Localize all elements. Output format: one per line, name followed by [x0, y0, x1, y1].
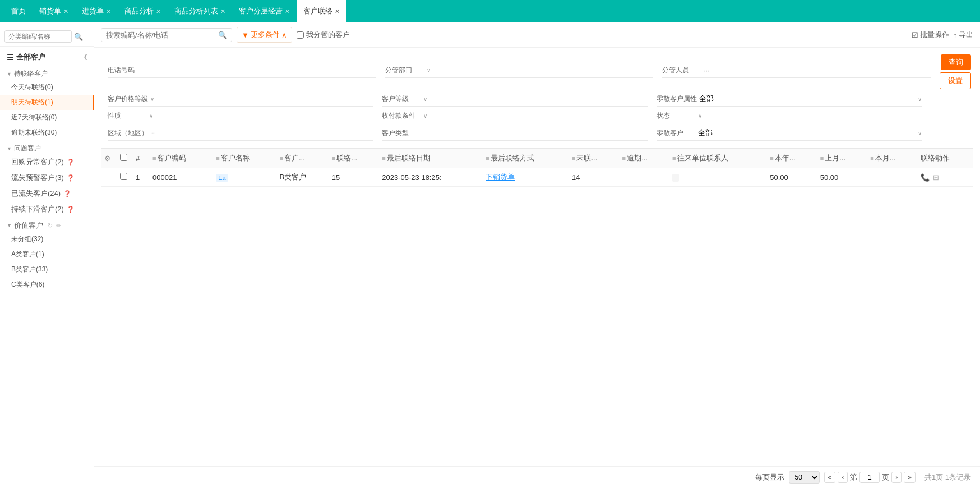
row-contact: 15 — [329, 168, 379, 187]
th-contact: ≡联络... — [329, 149, 379, 168]
grid-action-icon[interactable]: ⊞ — [933, 173, 939, 182]
sidebar-search-input[interactable] — [4, 30, 72, 43]
sidebar: 🔍 ☰ 全部客户 《 待联络客户 今天待联络(0) 明天待联络(1) 近7天待联… — [0, 22, 94, 488]
filter-panel: 电话号码 分管部门 ∨ 分管人员 ··· 查询 设置 客户价格等级 — [94, 48, 980, 148]
payment-arrow-icon[interactable]: ∨ — [423, 113, 427, 119]
filter-status: 状态 ∨ — [657, 111, 922, 123]
close-customer-contact[interactable]: ✕ — [335, 8, 340, 15]
retail-customer-arrow-icon[interactable]: ∨ — [918, 130, 922, 136]
my-customers-checkbox-wrap[interactable]: 我分管的客户 — [297, 30, 350, 40]
nav-product-analysis[interactable]: 商品分析 ✕ — [118, 0, 168, 22]
sidebar-search-icon[interactable]: 🔍 — [74, 33, 83, 41]
region-dots-icon[interactable]: ··· — [150, 129, 156, 137]
sidebar-item-overdue-pending[interactable]: 逾期未联络(30) — [0, 125, 94, 140]
close-purchase-order[interactable]: ✕ — [106, 8, 111, 15]
retail-attr-label: 零散客户属性 — [657, 94, 697, 104]
th-overdue: ≡逾期... — [619, 149, 669, 168]
th-type: ≡客户... — [276, 149, 329, 168]
retail-attr-arrow-icon[interactable]: ∨ — [918, 96, 922, 102]
last-page-btn[interactable]: » — [904, 472, 916, 483]
set-btn[interactable]: 设置 — [940, 72, 971, 89]
prev-page-btn[interactable]: ‹ — [838, 472, 848, 483]
last-contact-way-link[interactable]: 下销货单 — [486, 173, 515, 181]
sidebar-item-today-pending[interactable]: 今天待联络(0) — [0, 80, 94, 95]
filter-manager: 分管人员 ··· — [662, 66, 931, 78]
total-records: 共1页 1条记录 — [924, 472, 971, 482]
sidebar-item-7days-pending[interactable]: 近7天待联络(0) — [0, 110, 94, 125]
nav-purchase-order[interactable]: 进货单 ✕ — [75, 0, 118, 22]
price-grade-arrow-icon[interactable]: ∨ — [150, 96, 154, 102]
help-icon-churn[interactable]: ❓ — [67, 174, 75, 181]
filter-chevron-icon: ∧ — [281, 31, 287, 39]
export-icon: ↑ — [954, 31, 958, 39]
action-icons: 📞 ⊞ — [921, 173, 970, 182]
main-search-input[interactable] — [106, 31, 218, 39]
sidebar-item-churned[interactable]: 已流失客户(24) ❓ — [0, 186, 94, 201]
row-name: Ea — [212, 168, 276, 187]
help-icon-declining[interactable]: ❓ — [67, 206, 75, 213]
th-this-year: ≡本年... — [766, 149, 817, 168]
manager-dots-icon[interactable]: ··· — [704, 67, 709, 75]
page-nav: « ‹ 第 页 › » — [824, 472, 916, 483]
row-last-contact-date: 2023-05-23 18:25: — [378, 168, 482, 187]
help-icon-repurchase[interactable]: ❓ — [67, 159, 75, 165]
row-checkbox[interactable] — [120, 173, 127, 180]
close-product-analysis[interactable]: ✕ — [156, 8, 161, 15]
batch-operation-btn[interactable]: ☑ 批量操作 — [912, 30, 949, 40]
filter-row-2: 客户价格等级 ∨ 客户等级 ∨ 零散客户属性 全部 ∨ — [103, 91, 971, 109]
sidebar-item-class-a[interactable]: A类客户(1) — [0, 247, 94, 262]
sidebar-item-declining[interactable]: 持续下滑客户(2) ❓ — [0, 201, 94, 217]
sidebar-item-tomorrow-pending[interactable]: 明天待联络(1) — [0, 95, 94, 110]
query-btn[interactable]: 查询 — [941, 54, 971, 70]
value-refresh-icon[interactable]: ↻ — [48, 222, 53, 229]
select-all-checkbox[interactable] — [120, 154, 127, 161]
sidebar-item-repurchase-anomaly[interactable]: 回购异常客户(2) ❓ — [0, 154, 94, 170]
sidebar-item-class-c[interactable]: C类客户(6) — [0, 277, 94, 292]
filter-row-1: 电话号码 分管部门 ∨ 分管人员 ··· 查询 设置 — [103, 52, 971, 91]
phone-action-icon[interactable]: 📞 — [921, 173, 930, 182]
per-page-select[interactable]: 50 100 200 — [789, 471, 820, 484]
sidebar-item-class-b[interactable]: B类客户(33) — [0, 262, 94, 277]
close-product-analysis-list[interactable]: ✕ — [220, 8, 225, 15]
customer-name-tag: Ea — [216, 174, 228, 182]
first-page-btn[interactable]: « — [824, 472, 836, 483]
row-index: 1 — [132, 168, 149, 187]
nature-label: 性质 — [108, 111, 147, 121]
sidebar-all-customers[interactable]: ☰ 全部客户 《 — [0, 49, 94, 66]
sidebar-item-churn-warning[interactable]: 流失预警客户(3) ❓ — [0, 170, 94, 186]
close-customer-tier[interactable]: ✕ — [285, 8, 290, 15]
table-gear-icon[interactable]: ⚙ — [104, 154, 111, 163]
next-page-btn[interactable]: › — [891, 472, 902, 483]
sidebar-collapse-icon[interactable]: 《 — [81, 53, 87, 62]
nav-customer-contact[interactable]: 客户联络 ✕ — [297, 0, 346, 22]
th-this-month: ≡本月... — [867, 149, 917, 168]
help-icon-churned[interactable]: ❓ — [63, 190, 71, 197]
filter-customer-grade: 客户等级 ∨ — [382, 94, 647, 107]
dept-arrow-icon[interactable]: ∨ — [427, 67, 431, 73]
pagination: 每页显示 50 100 200 « ‹ 第 页 › » 共1页 1条记录 — [94, 466, 980, 488]
main-search-icon[interactable]: 🔍 — [218, 31, 227, 39]
th-name: ≡客户名称 — [212, 149, 276, 168]
status-label: 状态 — [657, 111, 696, 121]
unit-contact-tag — [672, 174, 679, 182]
table-header-row: ⚙ # ≡客户编码 ≡客户名称 ≡客户... — [101, 149, 973, 168]
nav-sales-order[interactable]: 销货单 ✕ — [33, 0, 75, 22]
th-unit-contact: ≡往来单位联系人 — [669, 149, 766, 168]
dept-label: 分管部门 — [385, 66, 424, 75]
page-number-input[interactable] — [859, 472, 880, 483]
close-sales-order[interactable]: ✕ — [63, 8, 68, 15]
th-no-contact: ≡未联... — [568, 149, 619, 168]
customer-table: ⚙ # ≡客户编码 ≡客户名称 ≡客户... — [101, 148, 973, 187]
more-filter-btn[interactable]: ▼ 更多条件 ∧ — [237, 27, 292, 43]
sidebar-item-ungrouped[interactable]: 未分组(32) — [0, 232, 94, 247]
th-action: 联络动作 — [917, 149, 973, 168]
my-customers-checkbox[interactable] — [297, 31, 304, 39]
value-edit-icon[interactable]: ✏ — [56, 222, 61, 229]
nav-product-analysis-list[interactable]: 商品分析列表 ✕ — [168, 0, 232, 22]
nature-arrow-icon[interactable]: ∨ — [149, 113, 153, 119]
customer-grade-arrow-icon[interactable]: ∨ — [423, 96, 427, 102]
nav-customer-tier[interactable]: 客户分层经营 ✕ — [232, 0, 297, 22]
status-arrow-icon[interactable]: ∨ — [698, 113, 702, 119]
nav-home[interactable]: 首页 — [4, 0, 33, 22]
export-btn[interactable]: ↑ 导出 — [954, 30, 974, 40]
